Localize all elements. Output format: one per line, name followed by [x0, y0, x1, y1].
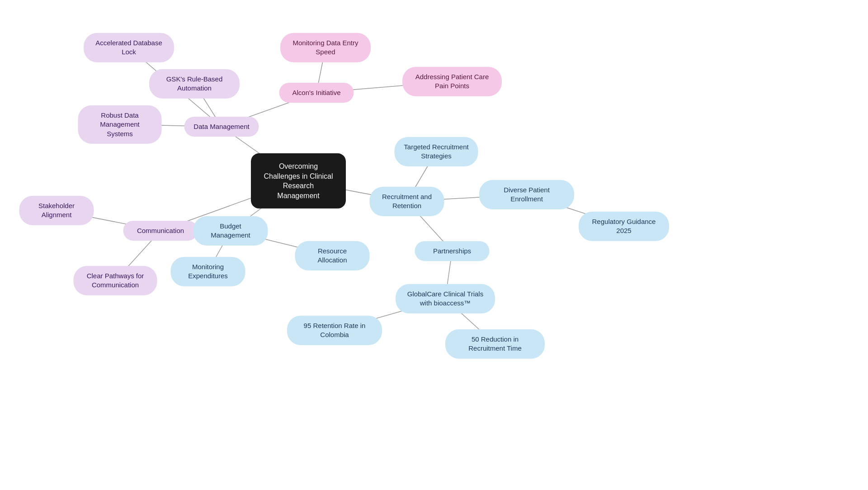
monitoring-exp-node[interactable]: Monitoring Expenditures — [171, 257, 245, 286]
clear-pathways-node[interactable]: Clear Pathways for Communication — [74, 266, 157, 295]
accelerated-db-node[interactable]: Accelerated Database Lock — [84, 33, 174, 62]
partnerships-node[interactable]: Partnerships — [415, 241, 490, 261]
mindmap-container: Overcoming Challenges in Clinical Resear… — [0, 0, 868, 490]
monitoring-speed-node[interactable]: Monitoring Data Entry Speed — [280, 33, 371, 62]
targeted-recruitment-node[interactable]: Targeted Recruitment Strategies — [395, 137, 478, 167]
globalcare-node[interactable]: GlobalCare Clinical Trials with bioacces… — [396, 284, 495, 314]
patient-care-node[interactable]: Addressing Patient Care Pain Points — [402, 67, 502, 96]
center-node[interactable]: Overcoming Challenges in Clinical Resear… — [251, 153, 346, 209]
budget-management-node[interactable]: Budget Management — [193, 216, 268, 246]
diverse-enrollment-node[interactable]: Diverse Patient Enrollment — [479, 180, 574, 209]
data-management-node[interactable]: Data Management — [184, 117, 259, 137]
communication-node[interactable]: Communication — [123, 221, 198, 241]
resource-allocation-node[interactable]: Resource Allocation — [295, 241, 370, 271]
regulatory-guidance-node[interactable]: Regulatory Guidance 2025 — [579, 212, 669, 241]
reduction-time-node[interactable]: 50 Reduction in Recruitment Time — [445, 329, 545, 359]
retention-rate-node[interactable]: 95 Retention Rate in Colombia — [287, 316, 382, 345]
gsk-automation-node[interactable]: GSK's Rule-Based Automation — [149, 69, 240, 99]
stakeholder-node[interactable]: Stakeholder Alignment — [19, 196, 94, 225]
recruitment-retention-node[interactable]: Recruitment and Retention — [370, 187, 444, 216]
robust-data-node[interactable]: Robust Data Management Systems — [78, 105, 162, 144]
alcon-node[interactable]: Alcon's Initiative — [279, 83, 354, 103]
